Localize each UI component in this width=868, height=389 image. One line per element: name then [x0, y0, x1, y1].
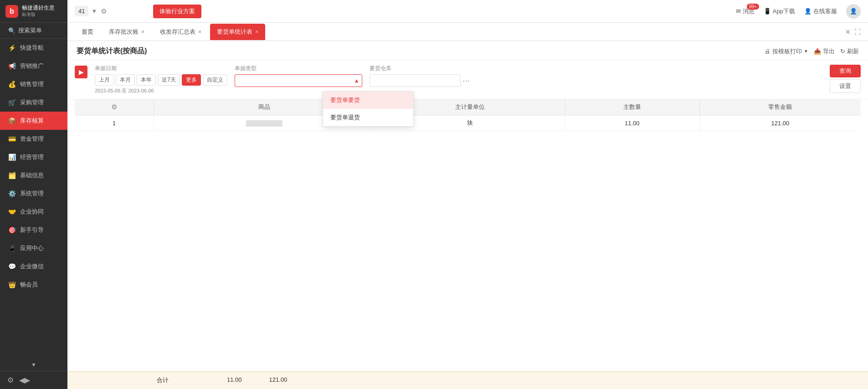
print-template-button[interactable]: 🖨 按模板打印 ▼ — [765, 47, 808, 56]
settings-button[interactable]: 设置 — [830, 79, 861, 93]
cooperation-icon: 🤝 — [7, 207, 16, 216]
sidebar-item-label: 经营管理 — [20, 153, 44, 161]
table-cell-qty: 11.00 — [565, 115, 699, 131]
footer-label: 合计 — [157, 376, 169, 384]
filter-date-buttons: 上月 本月 本年 近7天 更多 自定义 — [95, 74, 227, 86]
export-label: 导出 — [823, 47, 835, 56]
online-service-label: 在线客服 — [813, 7, 837, 15]
tab-bar: 首页 库存批次账 × 收发存汇总表 × 要货单统计表 × ✕ ⛶ — [67, 23, 868, 41]
messages-badge: 99+ — [747, 4, 759, 10]
sidebar-item-marketing[interactable]: 📢 营销推广 — [0, 57, 67, 75]
tab-order-stats-close[interactable]: × — [255, 29, 258, 35]
header-user-avatar[interactable]: 👤 — [846, 4, 861, 19]
export-button[interactable]: 📤 导出 — [814, 47, 835, 56]
filter-warehouse-group: 要货仓库 ⋯ — [370, 65, 822, 87]
store-dropdown-icon[interactable]: ▼ — [91, 8, 97, 15]
trial-button[interactable]: 体验行业方案 — [153, 5, 201, 18]
sidebar-item-system[interactable]: ⚙️ 系统管理 — [0, 184, 67, 203]
close-all-icon[interactable]: ✕ — [845, 28, 851, 36]
sidebar-item-inventory[interactable]: 📦 库存核算 — [0, 112, 67, 130]
sidebar-item-label: 资金管理 — [20, 135, 44, 143]
sidebar-item-cooperation[interactable]: 🤝 企业协同 — [0, 203, 67, 221]
print-chevron-icon: ▼ — [804, 49, 808, 54]
sidebar-scroll-down[interactable]: ▼ — [0, 359, 67, 371]
filter-warehouse-more-icon[interactable]: ⋯ — [462, 77, 470, 85]
export-icon: 📤 — [814, 48, 821, 55]
purchase-icon: 🛒 — [7, 98, 16, 107]
filter-date-custom[interactable]: 自定义 — [203, 74, 227, 86]
header-right: ✉ 消息 99+ 📱 App下载 👤 在线客服 👤 — [736, 4, 861, 19]
filter-date-label: 单据日期 — [95, 65, 227, 72]
page-header: 要货单统计表(按商品) 🖨 按模板打印 ▼ 📤 导出 ↻ 刷新 — [67, 41, 868, 60]
print-template-label: 按模板打印 — [772, 47, 802, 56]
filter-expand-button[interactable]: ▶ — [75, 66, 87, 78]
header-messages[interactable]: ✉ 消息 99+ — [736, 7, 755, 15]
sidebar-item-label: 新手引导 — [20, 226, 44, 234]
filter-date-more[interactable]: 更多 — [182, 74, 201, 86]
sidebar-item-label: 企业微信 — [20, 262, 44, 271]
sidebar-item-label: 采购管理 — [20, 98, 44, 107]
column-settings-icon[interactable]: ⚙ — [111, 103, 117, 111]
sidebar-nav: ⚡ 快捷导航 📢 营销推广 💰 销售管理 🛒 采购管理 📦 库存核算 💳 资金管… — [0, 39, 67, 359]
settings-icon[interactable]: ⚙ — [7, 376, 14, 384]
tab-inventory-batch[interactable]: 库存批次账 × — [102, 24, 151, 40]
tab-inventory-batch-close[interactable]: × — [141, 29, 144, 35]
system-icon: ⚙️ — [7, 189, 16, 198]
filter-warehouse-input[interactable] — [370, 74, 461, 87]
sidebar-item-label: 快捷导航 — [20, 44, 44, 52]
app-version: 标准版 — [22, 11, 55, 18]
member-icon: 👑 — [7, 280, 16, 289]
tab-order-stats-label: 要货单统计表 — [217, 28, 252, 36]
sidebar: b 畅捷通好生意 标准版 🔍 搜索菜单 ⚡ 快捷导航 📢 营销推广 💰 销售管理… — [0, 0, 67, 389]
filter-date-this-year[interactable]: 本年 — [137, 74, 156, 86]
filter-bar: ▶ 单据日期 上月 本月 本年 近7天 更多 自定义 2023-05-06 至 … — [67, 60, 868, 99]
refresh-label: 刷新 — [847, 47, 859, 56]
sidebar-item-app-center[interactable]: 📱 应用中心 — [0, 239, 67, 257]
sidebar-item-label: 应用中心 — [20, 244, 44, 252]
sidebar-item-sales[interactable]: 💰 销售管理 — [0, 75, 67, 93]
filter-date-range: 2023-05-06 至 2023-06-06 — [95, 87, 227, 94]
dropdown-item-order-goods[interactable]: 要货单要货 — [323, 92, 413, 109]
sidebar-item-label: 营销推广 — [20, 62, 44, 70]
sidebar-item-member[interactable]: 👑 畅会员 — [0, 276, 67, 294]
header-online-service[interactable]: 👤 在线客服 — [804, 7, 837, 15]
sidebar-item-finance[interactable]: 💳 资金管理 — [0, 130, 67, 148]
table-cell-amount: 121.00 — [699, 115, 861, 131]
filter-date-7days[interactable]: 近7天 — [158, 74, 180, 86]
filter-date-this-month[interactable]: 本月 — [116, 74, 135, 86]
header-app-download[interactable]: 📱 App下载 — [764, 7, 795, 15]
sidebar-item-guide[interactable]: 🎯 新手引导 — [0, 221, 67, 239]
refresh-button[interactable]: ↻ 刷新 — [840, 47, 859, 56]
tab-home-label: 首页 — [82, 28, 93, 36]
app-name: 畅捷通好生意 — [22, 5, 55, 12]
product-placeholder — [246, 120, 282, 127]
main-area: 41 ▼ ⚙ 体验行业方案 ✉ 消息 99+ 📱 App下载 👤 在线客服 👤 — [67, 0, 868, 389]
collapse-icon[interactable]: ◀▶ — [19, 376, 30, 384]
sales-icon: 💰 — [7, 80, 16, 89]
sidebar-item-label: 基础信息 — [20, 171, 44, 179]
tab-order-stats[interactable]: 要货单统计表 × — [210, 24, 265, 40]
tab-home[interactable]: 首页 — [75, 24, 100, 40]
maximize-icon[interactable]: ⛶ — [854, 28, 861, 36]
dropdown-item-order-return[interactable]: 要货单退货 — [323, 109, 413, 126]
filter-type-label: 单据类型 — [235, 65, 362, 72]
filter-date-prev-month[interactable]: 上月 — [95, 74, 114, 86]
tab-receive-summary[interactable]: 收发存汇总表 × — [153, 24, 208, 40]
message-icon: ✉ — [736, 8, 741, 15]
tab-receive-summary-close[interactable]: × — [198, 29, 201, 35]
sidebar-item-quick-nav[interactable]: ⚡ 快捷导航 — [0, 39, 67, 57]
table-col-qty: 主数量 — [565, 99, 699, 115]
sidebar-item-purchase[interactable]: 🛒 采购管理 — [0, 93, 67, 112]
query-button[interactable]: 查询 — [830, 65, 861, 77]
sidebar-item-wechat[interactable]: 💬 企业微信 — [0, 257, 67, 276]
sidebar-search[interactable]: 🔍 搜索菜单 — [0, 23, 67, 39]
filter-type-input[interactable] — [235, 74, 362, 87]
marketing-icon: 📢 — [7, 61, 16, 71]
header-store: 41 ▼ ⚙ — [75, 6, 148, 16]
wechat-icon: 💬 — [7, 262, 16, 271]
sidebar-item-base[interactable]: 🗂️ 基础信息 — [0, 166, 67, 184]
header-gear[interactable]: ⚙ — [101, 7, 107, 15]
sidebar-item-operation[interactable]: 📊 经营管理 — [0, 148, 67, 166]
filter-type-chevron-icon[interactable]: ▲ — [354, 77, 360, 84]
table-header-gear[interactable]: ⚙ — [75, 99, 154, 115]
